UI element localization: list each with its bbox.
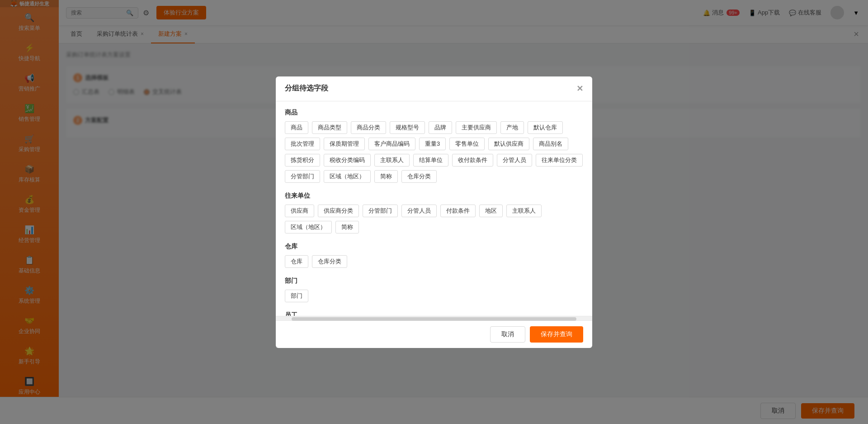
section-employee: 员工业务员 [285, 311, 583, 316]
field-tag-客户商品编码[interactable]: 客户商品编码 [368, 138, 415, 150]
field-tag-主联系人[interactable]: 主联系人 [374, 154, 410, 167]
field-tag-仓库分类[interactable]: 仓库分类 [401, 170, 437, 183]
field-tag-分管人员[interactable]: 分管人员 [401, 205, 437, 217]
modal-close-btn[interactable]: ✕ [576, 84, 583, 94]
modal-body[interactable]: 商品商品商品类型商品分类规格型号品牌主要供应商产地默认仓库批次管理保质期管理客户… [276, 101, 592, 316]
section-department: 部门部门 [285, 277, 583, 302]
field-tag-分管部门[interactable]: 分管部门 [285, 170, 320, 183]
modal-hscroll[interactable] [276, 316, 592, 320]
field-tag-付款条件[interactable]: 付款条件 [440, 205, 476, 217]
section-title-department: 部门 [285, 277, 583, 285]
field-tag-区域（地区）[interactable]: 区域（地区） [324, 170, 371, 183]
field-tag-主要供应商[interactable]: 主要供应商 [456, 121, 497, 134]
field-tag-拣货积分[interactable]: 拣货积分 [285, 154, 320, 167]
field-select-modal: 分组待选字段 ✕ 商品商品商品类型商品分类规格型号品牌主要供应商产地默认仓库批次… [276, 76, 592, 348]
field-tag-商品分类[interactable]: 商品分类 [351, 121, 386, 134]
field-tag-仓库[interactable]: 仓库 [285, 255, 308, 268]
field-tags-department: 部门 [285, 290, 583, 302]
field-tag-简称[interactable]: 简称 [335, 221, 359, 233]
field-tag-简称[interactable]: 简称 [374, 170, 398, 183]
field-tag-税收分类编码[interactable]: 税收分类编码 [324, 154, 371, 167]
modal-header: 分组待选字段 ✕ [276, 76, 592, 101]
field-tag-结算单位[interactable]: 结算单位 [413, 154, 448, 167]
field-tag-往来单位分类[interactable]: 往来单位分类 [536, 154, 583, 167]
cancel-button[interactable]: 取消 [490, 326, 525, 343]
field-tag-商品类型[interactable]: 商品类型 [312, 121, 347, 134]
field-tag-商品别名[interactable]: 商品别名 [533, 138, 568, 150]
modal-footer: 取消 保存并查询 [276, 320, 592, 348]
field-tag-商品[interactable]: 商品 [285, 121, 308, 134]
section-title-warehouse: 仓库 [285, 243, 583, 251]
field-tag-分管人员[interactable]: 分管人员 [497, 154, 532, 167]
section-partner: 往来单位供应商供应商分类分管部门分管人员付款条件地区主联系人区域（地区）简称 [285, 192, 583, 233]
field-tags-warehouse: 仓库仓库分类 [285, 255, 583, 268]
field-tag-品牌[interactable]: 品牌 [429, 121, 452, 134]
field-tag-供应商分类[interactable]: 供应商分类 [318, 205, 359, 217]
field-tag-部门[interactable]: 部门 [285, 290, 308, 302]
section-warehouse: 仓库仓库仓库分类 [285, 243, 583, 268]
field-tag-产地[interactable]: 产地 [500, 121, 524, 134]
field-tag-零售单位[interactable]: 零售单位 [449, 138, 485, 150]
field-tag-默认供应商[interactable]: 默认供应商 [488, 138, 529, 150]
field-tag-仓库分类[interactable]: 仓库分类 [312, 255, 347, 268]
field-tag-供应商[interactable]: 供应商 [285, 205, 314, 217]
save-button[interactable]: 保存并查询 [530, 326, 583, 343]
field-tag-重量3[interactable]: 重量3 [419, 138, 446, 150]
field-tag-默认仓库[interactable]: 默认仓库 [528, 121, 563, 134]
field-tags-partner: 供应商供应商分类分管部门分管人员付款条件地区主联系人区域（地区）简称 [285, 205, 583, 233]
field-tag-地区[interactable]: 地区 [479, 205, 503, 217]
field-tag-分管部门[interactable]: 分管部门 [363, 205, 398, 217]
modal-title: 分组待选字段 [285, 84, 328, 93]
field-tag-规格型号[interactable]: 规格型号 [390, 121, 425, 134]
field-tag-区域（地区）[interactable]: 区域（地区） [285, 221, 332, 233]
field-tag-批次管理[interactable]: 批次管理 [285, 138, 320, 150]
field-tags-goods: 商品商品类型商品分类规格型号品牌主要供应商产地默认仓库批次管理保质期管理客户商品… [285, 121, 583, 183]
field-tag-主联系人[interactable]: 主联系人 [506, 205, 542, 217]
field-tag-收付款条件[interactable]: 收付款条件 [452, 154, 493, 167]
section-title-goods: 商品 [285, 109, 583, 117]
section-title-employee: 员工 [285, 311, 583, 316]
section-goods: 商品商品商品类型商品分类规格型号品牌主要供应商产地默认仓库批次管理保质期管理客户… [285, 109, 583, 183]
section-title-partner: 往来单位 [285, 192, 583, 200]
modal-overlay: 分组待选字段 ✕ 商品商品商品类型商品分类规格型号品牌主要供应商产地默认仓库批次… [0, 0, 868, 424]
field-tag-保质期管理[interactable]: 保质期管理 [324, 138, 365, 150]
